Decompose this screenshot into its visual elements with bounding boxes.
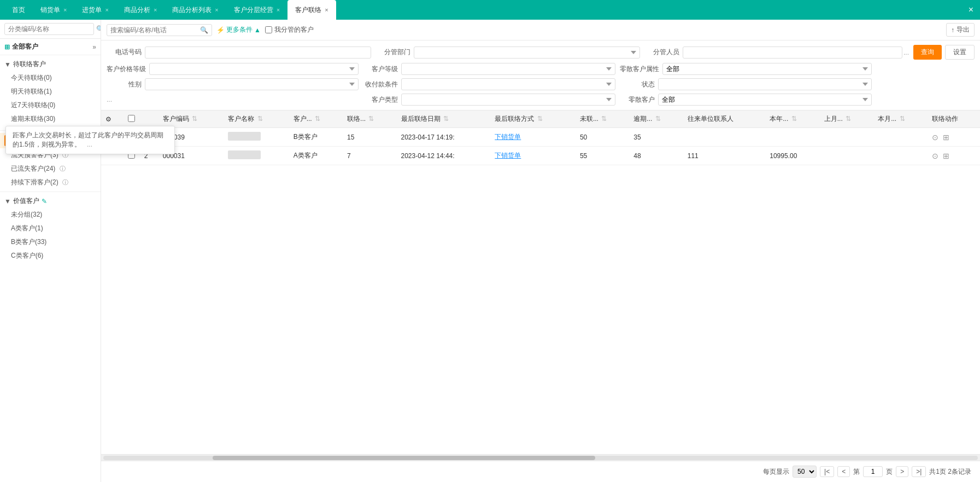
sidebar-collapse-btn[interactable]: » bbox=[92, 43, 96, 51]
th-name[interactable]: 客户名称 ⇅ bbox=[224, 111, 289, 128]
sidebar-already-lost[interactable]: 已流失客户(24) ⓘ bbox=[0, 162, 101, 176]
sidebar-overdue-contact[interactable]: 逾期未联络(30) bbox=[0, 112, 101, 126]
prev-page-btn[interactable]: < bbox=[837, 466, 850, 477]
last-contact-method-sort-icon[interactable]: ⇅ bbox=[537, 115, 543, 123]
value-customer-edit-icon[interactable]: ✎ bbox=[42, 198, 47, 205]
contact-sort-icon[interactable]: ⇅ bbox=[368, 115, 374, 123]
filter-dept-select[interactable] bbox=[414, 47, 640, 59]
last-page-btn[interactable]: >| bbox=[912, 466, 926, 477]
filter-more-dots[interactable]: ... bbox=[107, 96, 112, 103]
close-customer-tier-tab[interactable]: × bbox=[277, 7, 280, 13]
last-contact-date-sort-icon[interactable]: ⇅ bbox=[443, 115, 449, 123]
sidebar-a-class[interactable]: A类客户(1) bbox=[0, 222, 101, 235]
close-sales-tab[interactable]: × bbox=[63, 7, 67, 13]
select-all-checkbox[interactable] bbox=[128, 115, 135, 122]
nav-product-analysis-list[interactable]: 商品分析列表 × bbox=[165, 0, 226, 20]
filter-payment-select[interactable] bbox=[401, 78, 615, 90]
code-sort-icon[interactable]: ⇅ bbox=[192, 115, 197, 123]
per-page-select[interactable]: 50 bbox=[793, 466, 817, 478]
filter-row-2: 客户价格等级 客户等级 零散客户属性 全部 bbox=[107, 63, 975, 75]
th-no bbox=[140, 111, 159, 128]
sidebar-continuous-down[interactable]: 持续下滑客户(2) ⓘ bbox=[0, 176, 101, 189]
th-code[interactable]: 客户编码 ⇅ bbox=[159, 111, 224, 128]
no-contact-sort-icon[interactable]: ⇅ bbox=[601, 115, 607, 123]
first-page-btn[interactable]: |< bbox=[820, 466, 834, 477]
sidebar-search-icon[interactable]: 🔍 bbox=[96, 25, 101, 33]
filter-gender-select-wrap bbox=[145, 78, 359, 90]
page-input[interactable] bbox=[863, 466, 883, 477]
th-type[interactable]: 客户... ⇅ bbox=[289, 111, 343, 128]
nav-customer-contact[interactable]: 客户联络 × bbox=[287, 0, 336, 20]
filter-retail-customer-select[interactable]: 全部 bbox=[658, 94, 872, 106]
th-this-year[interactable]: 本年... ⇅ bbox=[765, 111, 819, 128]
nav-purchase[interactable]: 进货单 × bbox=[74, 0, 116, 20]
row1-type: B类客户 bbox=[289, 128, 343, 147]
row2-contact-icon[interactable]: ⊙ bbox=[932, 152, 938, 160]
row1-last-contact-method: 下销货单 bbox=[490, 128, 576, 147]
name-sort-icon[interactable]: ⇅ bbox=[257, 115, 263, 123]
th-this-month[interactable]: 本月... ⇅ bbox=[873, 111, 927, 128]
value-customer-title[interactable]: ▼ 价值客户 ✎ bbox=[0, 194, 101, 208]
sidebar-today-contact[interactable]: 今天待联络(0) bbox=[0, 71, 101, 85]
nav-sales[interactable]: 销货单 × bbox=[33, 0, 74, 20]
filter-phone-input[interactable] bbox=[145, 47, 371, 59]
filter-manager-input[interactable] bbox=[683, 47, 902, 59]
th-no-contact[interactable]: 未联... ⇅ bbox=[576, 111, 629, 128]
sidebar-search-input[interactable] bbox=[4, 23, 94, 35]
row1-more-icon[interactable]: ⊞ bbox=[943, 133, 949, 142]
last-month-sort-icon[interactable]: ⇅ bbox=[846, 115, 851, 123]
query-button[interactable]: 查询 bbox=[913, 45, 942, 60]
th-contact[interactable]: 联络... ⇅ bbox=[343, 111, 396, 128]
th-last-contact-method[interactable]: 最后联络方式 ⇅ bbox=[490, 111, 576, 128]
export-button[interactable]: ↑ 导出 bbox=[946, 23, 975, 37]
waiting-contact-title[interactable]: ▼ 待联络客户 bbox=[0, 57, 101, 71]
filter-price-level-select[interactable] bbox=[149, 63, 359, 75]
filter-more-btn[interactable]: ⚡ 更多条件 ▲ bbox=[216, 25, 261, 34]
search-input[interactable] bbox=[110, 26, 198, 34]
this-month-sort-icon[interactable]: ⇅ bbox=[900, 115, 905, 123]
close-purchase-tab[interactable]: × bbox=[105, 7, 108, 13]
my-customer-checkbox[interactable] bbox=[265, 26, 272, 33]
row1-contact-method-link[interactable]: 下销货单 bbox=[495, 133, 521, 141]
sidebar-7days-contact[interactable]: 近7天待联络(0) bbox=[0, 98, 101, 112]
next-page-btn[interactable]: > bbox=[896, 466, 908, 477]
sidebar-tomorrow-contact[interactable]: 明天待联络(1) bbox=[0, 85, 101, 98]
filter-retail-attr-select[interactable]: 全部 bbox=[662, 63, 872, 75]
th-unit-contact[interactable]: 往来单位联系人 bbox=[683, 111, 766, 128]
horizontal-scrollbar[interactable] bbox=[101, 454, 980, 461]
tooltip-more-btn[interactable]: ... bbox=[87, 141, 92, 148]
search-icon[interactable]: 🔍 bbox=[200, 26, 208, 34]
scrollbar-track[interactable] bbox=[103, 456, 978, 460]
th-last-month[interactable]: 上月... ⇅ bbox=[820, 111, 873, 128]
filter-customer-type-select[interactable] bbox=[401, 94, 615, 106]
scrollbar-thumb[interactable] bbox=[213, 456, 595, 460]
sidebar-ungroup[interactable]: 未分组(32) bbox=[0, 208, 101, 222]
close-customer-contact-tab[interactable]: × bbox=[325, 7, 328, 13]
nav-product-analysis[interactable]: 商品分析 × bbox=[116, 0, 165, 20]
sidebar-b-class[interactable]: B类客户(33) bbox=[0, 235, 101, 249]
gear-icon[interactable]: ⚙ bbox=[105, 115, 112, 123]
row2-more-icon[interactable]: ⊞ bbox=[943, 152, 949, 160]
nav-home[interactable]: 首页 bbox=[4, 0, 33, 20]
close-product-analysis-list-tab[interactable]: × bbox=[215, 7, 218, 13]
close-product-analysis-tab[interactable]: × bbox=[154, 7, 157, 13]
filter-customer-level-select[interactable] bbox=[401, 63, 615, 75]
already-lost-info-icon[interactable]: ⓘ bbox=[60, 165, 66, 172]
row1-contact-icon[interactable]: ⊙ bbox=[932, 133, 938, 142]
th-gear[interactable]: ⚙ bbox=[101, 111, 124, 128]
filter-status-select[interactable] bbox=[658, 78, 872, 90]
this-year-sort-icon[interactable]: ⇅ bbox=[791, 115, 797, 123]
sidebar-c-class[interactable]: C类客户(6) bbox=[0, 249, 101, 263]
set-button[interactable]: 设置 bbox=[945, 45, 975, 60]
filter-gender-select[interactable] bbox=[145, 78, 359, 90]
th-overdue[interactable]: 逾期... ⇅ bbox=[629, 111, 683, 128]
overdue-sort-icon[interactable]: ⇅ bbox=[655, 115, 661, 123]
continuous-down-info-icon[interactable]: ⓘ bbox=[62, 179, 68, 185]
type-sort-icon[interactable]: ⇅ bbox=[315, 115, 320, 123]
close-all-tabs[interactable]: × bbox=[969, 5, 973, 15]
row2-contact-method-link[interactable]: 下销货单 bbox=[495, 152, 521, 159]
manager-more-icon[interactable]: ... bbox=[903, 49, 909, 56]
nav-customer-tier[interactable]: 客户分层经营 × bbox=[226, 0, 287, 20]
th-last-contact-date[interactable]: 最后联络日期 ⇅ bbox=[397, 111, 491, 128]
my-customer-checkbox-wrap[interactable]: 我分管的客户 bbox=[265, 25, 314, 34]
